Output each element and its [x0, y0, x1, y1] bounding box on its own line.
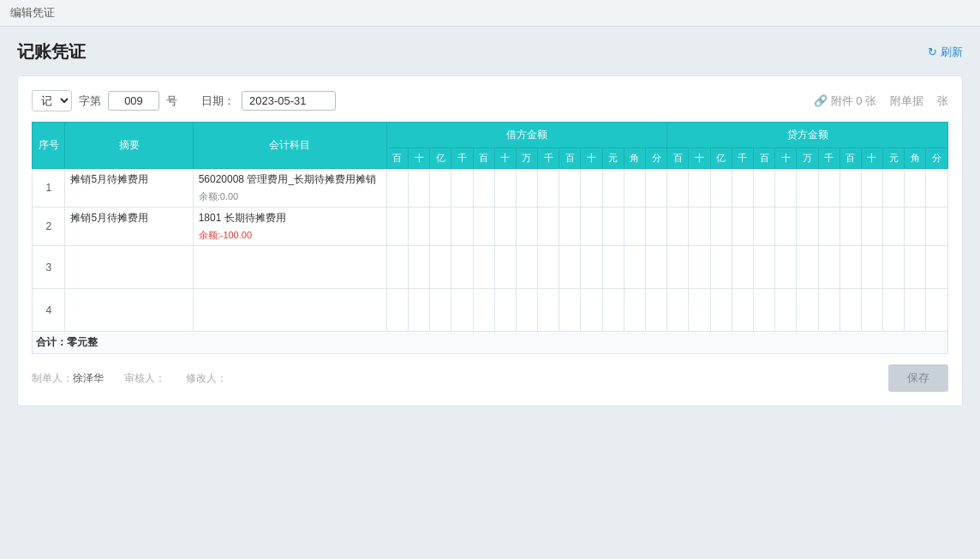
debit-cell-r3-d2[interactable] — [430, 289, 451, 332]
debit-cell-r2-d3[interactable] — [451, 246, 473, 289]
credit-cell-r2-d11[interactable] — [905, 246, 926, 289]
debit-cell-r0-d2[interactable] — [430, 169, 451, 207]
debit-cell-r2-d10[interactable] — [602, 246, 624, 289]
credit-cell-r1-d11[interactable] — [905, 207, 926, 246]
credit-cell-r0-d4[interactable] — [753, 169, 774, 207]
credit-cell-r1-d7[interactable] — [818, 207, 840, 246]
row-summary-3[interactable] — [65, 289, 193, 332]
debit-cell-r0-d7[interactable] — [538, 169, 559, 207]
credit-cell-r0-d11[interactable] — [905, 169, 926, 207]
credit-cell-r2-d9[interactable] — [861, 246, 882, 289]
dan-ju-link[interactable]: 附单据 — [890, 93, 923, 109]
credit-cell-r2-d10[interactable] — [883, 246, 905, 289]
debit-cell-r3-d5[interactable] — [494, 289, 516, 332]
row-account-1[interactable]: 1801 长期待摊费用余额:-100.00 — [193, 207, 386, 246]
debit-cell-r1-d2[interactable] — [430, 207, 451, 246]
credit-cell-r1-d3[interactable] — [732, 207, 753, 246]
credit-cell-r3-d3[interactable] — [732, 289, 753, 332]
credit-cell-r0-d12[interactable] — [926, 169, 948, 207]
debit-cell-r2-d9[interactable] — [581, 246, 602, 289]
debit-cell-r1-d7[interactable] — [538, 207, 559, 246]
debit-cell-r0-d1[interactable] — [408, 169, 429, 207]
debit-cell-r0-d5[interactable] — [494, 169, 516, 207]
debit-cell-r0-d3[interactable] — [451, 169, 473, 207]
credit-cell-r0-d10[interactable] — [883, 169, 905, 207]
refresh-button[interactable]: ↻ 刷新 — [928, 45, 963, 60]
credit-cell-r2-d2[interactable] — [710, 246, 732, 289]
debit-cell-r2-d4[interactable] — [473, 246, 494, 289]
credit-cell-r1-d2[interactable] — [710, 207, 732, 246]
credit-cell-r2-d4[interactable] — [753, 246, 774, 289]
credit-cell-r1-d12[interactable] — [926, 207, 948, 246]
debit-cell-r2-d0[interactable] — [386, 246, 408, 289]
row-account-0[interactable]: 56020008 管理费用_长期待摊费用摊销余额:0.00 — [193, 169, 386, 207]
debit-cell-r3-d0[interactable] — [386, 289, 408, 332]
credit-cell-r0-d9[interactable] — [861, 169, 882, 207]
credit-cell-r3-d10[interactable] — [883, 289, 905, 332]
debit-cell-r0-d6[interactable] — [516, 169, 537, 207]
credit-cell-r2-d12[interactable] — [926, 246, 948, 289]
debit-cell-r1-d9[interactable] — [581, 207, 602, 246]
debit-cell-r0-d9[interactable] — [581, 169, 602, 207]
debit-cell-r0-d10[interactable] — [602, 169, 624, 207]
row-account-3[interactable] — [193, 289, 386, 332]
credit-cell-r1-d0[interactable] — [667, 207, 689, 246]
debit-cell-r2-d1[interactable] — [408, 246, 429, 289]
debit-cell-r0-d4[interactable] — [473, 169, 494, 207]
credit-cell-r3-d6[interactable] — [797, 289, 818, 332]
credit-cell-r1-d1[interactable] — [689, 207, 710, 246]
debit-cell-r1-d12[interactable] — [646, 207, 667, 246]
debit-cell-r3-d8[interactable] — [559, 289, 581, 332]
debit-cell-r0-d8[interactable] — [559, 169, 581, 207]
row-summary-0[interactable]: 摊销5月待摊费用 — [65, 169, 193, 207]
debit-cell-r3-d11[interactable] — [624, 289, 645, 332]
debit-cell-r3-d4[interactable] — [473, 289, 494, 332]
debit-cell-r3-d3[interactable] — [451, 289, 473, 332]
debit-cell-r2-d6[interactable] — [516, 246, 537, 289]
debit-cell-r3-d12[interactable] — [646, 289, 667, 332]
debit-cell-r1-d8[interactable] — [559, 207, 581, 246]
credit-cell-r1-d4[interactable] — [753, 207, 774, 246]
debit-cell-r2-d7[interactable] — [538, 246, 559, 289]
debit-cell-r1-d3[interactable] — [451, 207, 473, 246]
attachment-link[interactable]: 🔗 附件 0 张 — [814, 93, 876, 109]
credit-cell-r2-d7[interactable] — [818, 246, 840, 289]
credit-cell-r0-d0[interactable] — [667, 169, 689, 207]
debit-cell-r3-d7[interactable] — [538, 289, 559, 332]
credit-cell-r1-d10[interactable] — [883, 207, 905, 246]
row-summary-1[interactable]: 摊销5月待摊费用 — [65, 207, 193, 246]
debit-cell-r2-d5[interactable] — [494, 246, 516, 289]
voucher-number-input[interactable] — [108, 91, 159, 111]
credit-cell-r0-d3[interactable] — [732, 169, 753, 207]
credit-cell-r2-d6[interactable] — [797, 246, 818, 289]
debit-cell-r1-d0[interactable] — [386, 207, 408, 246]
credit-cell-r2-d0[interactable] — [667, 246, 689, 289]
credit-cell-r1-d6[interactable] — [797, 207, 818, 246]
credit-cell-r0-d7[interactable] — [818, 169, 840, 207]
debit-cell-r3-d6[interactable] — [516, 289, 537, 332]
credit-cell-r0-d8[interactable] — [840, 169, 861, 207]
credit-cell-r3-d4[interactable] — [753, 289, 774, 332]
credit-cell-r3-d9[interactable] — [861, 289, 882, 332]
credit-cell-r0-d5[interactable] — [775, 169, 797, 207]
credit-cell-r3-d2[interactable] — [710, 289, 732, 332]
debit-cell-r2-d2[interactable] — [430, 246, 451, 289]
credit-cell-r1-d8[interactable] — [840, 207, 861, 246]
debit-cell-r1-d11[interactable] — [624, 207, 645, 246]
credit-cell-r0-d6[interactable] — [797, 169, 818, 207]
row-account-2[interactable] — [193, 246, 386, 289]
debit-cell-r1-d10[interactable] — [602, 207, 624, 246]
debit-cell-r2-d8[interactable] — [559, 246, 581, 289]
debit-cell-r1-d6[interactable] — [516, 207, 537, 246]
credit-cell-r0-d1[interactable] — [689, 169, 710, 207]
credit-cell-r3-d1[interactable] — [689, 289, 710, 332]
debit-cell-r1-d1[interactable] — [408, 207, 429, 246]
debit-cell-r0-d12[interactable] — [646, 169, 667, 207]
credit-cell-r3-d8[interactable] — [840, 289, 861, 332]
debit-cell-r2-d12[interactable] — [646, 246, 667, 289]
credit-cell-r2-d5[interactable] — [775, 246, 797, 289]
debit-cell-r3-d9[interactable] — [581, 289, 602, 332]
debit-cell-r0-d11[interactable] — [624, 169, 645, 207]
credit-cell-r3-d5[interactable] — [775, 289, 797, 332]
credit-cell-r3-d0[interactable] — [667, 289, 689, 332]
